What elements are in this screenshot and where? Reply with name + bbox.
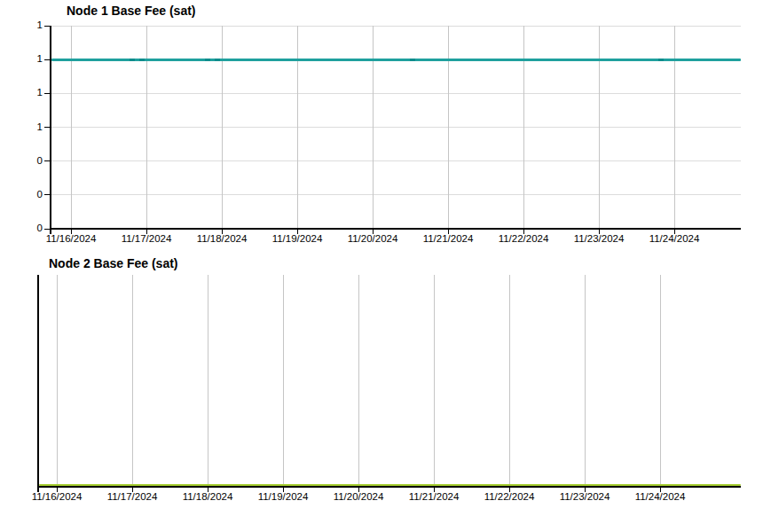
y-tick-label: 1 (25, 87, 43, 98)
v-gridline (585, 275, 586, 487)
x-axis (50, 228, 741, 230)
h-gridline (51, 127, 741, 128)
v-gridline (71, 26, 72, 229)
y-tick-label: 1 (25, 20, 43, 30)
x-tick-label: 11/21/2024 (396, 491, 472, 502)
v-gridline (57, 275, 58, 487)
v-gridline (509, 275, 510, 487)
v-gridline (283, 275, 284, 487)
v-gridline (373, 26, 374, 229)
y-tick-label: 1 (25, 53, 43, 64)
v-gridline (297, 26, 298, 229)
x-tick-label: 11/17/2024 (108, 233, 185, 244)
x-tick-label: 11/22/2024 (485, 233, 562, 244)
y-tick-label: 0 (25, 223, 43, 233)
data-point-marker (139, 59, 145, 61)
data-point-marker (130, 59, 135, 61)
chart2-title: Node 2 Base Fee (sat) (49, 256, 178, 270)
v-gridline (523, 26, 524, 229)
x-tick-label: 11/19/2024 (259, 233, 335, 244)
x-tick-label: 11/18/2024 (169, 491, 246, 502)
x-tick-label: 11/19/2024 (245, 491, 321, 502)
x-axis (37, 486, 741, 488)
x-tick-label: 11/16/2024 (19, 491, 95, 502)
v-gridline (660, 275, 661, 487)
data-point-marker (205, 59, 210, 61)
v-gridline (222, 26, 223, 229)
data-point-marker (658, 59, 664, 61)
v-gridline (132, 275, 133, 487)
x-tick-label: 11/16/2024 (33, 233, 109, 244)
v-gridline (358, 275, 359, 487)
x-tick-label: 11/24/2024 (622, 491, 698, 502)
v-gridline (146, 26, 147, 229)
x-tick-label: 11/23/2024 (561, 233, 637, 244)
v-gridline (674, 26, 675, 229)
chart-canvas: Node 1 Base Fee (sat) Node 2 Base Fee (s… (0, 0, 763, 532)
v-gridline (599, 26, 600, 229)
x-tick-label: 11/23/2024 (547, 491, 623, 502)
y-axis (37, 275, 39, 492)
data-point-marker (215, 59, 220, 61)
h-gridline (51, 194, 741, 195)
data-point-marker (410, 59, 415, 61)
y-tick-label: 0 (25, 155, 43, 166)
x-tick-label: 11/17/2024 (94, 491, 170, 502)
h-gridline (51, 26, 741, 27)
h-gridline (51, 93, 741, 94)
y-tick-label: 1 (25, 121, 43, 132)
series-line (51, 59, 741, 61)
x-tick-label: 11/20/2024 (320, 491, 397, 502)
x-tick-label: 11/21/2024 (410, 233, 486, 244)
h-gridline (51, 160, 741, 161)
x-tick-label: 11/22/2024 (471, 491, 547, 502)
x-tick-label: 11/24/2024 (636, 233, 712, 244)
v-gridline (434, 275, 435, 487)
x-tick-label: 11/18/2024 (184, 233, 260, 244)
v-gridline (448, 26, 449, 229)
v-gridline (208, 275, 208, 487)
y-tick-label: 0 (25, 189, 43, 200)
x-tick-label: 11/20/2024 (334, 233, 411, 244)
y-axis (50, 26, 51, 234)
chart1-title: Node 1 Base Fee (sat) (67, 4, 196, 18)
series-line (39, 484, 741, 487)
